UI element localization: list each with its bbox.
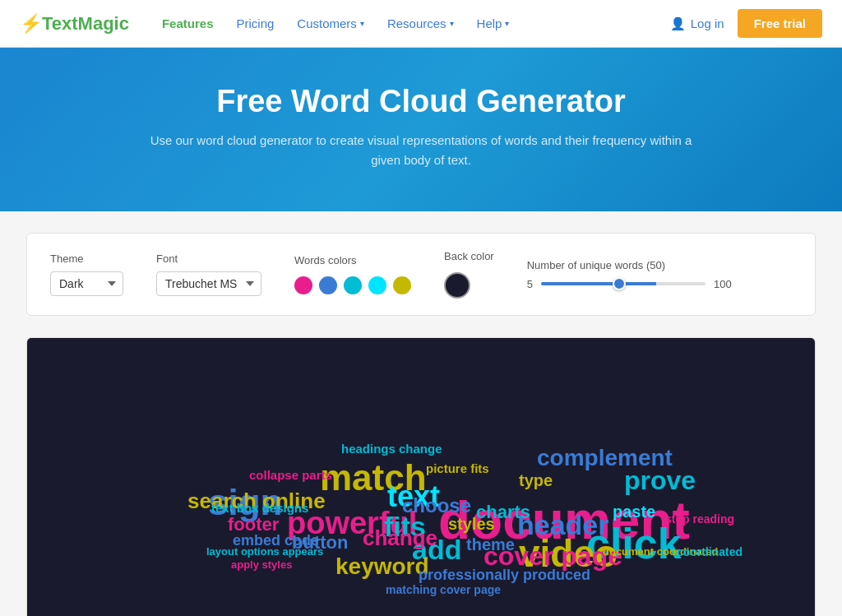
color-dot-pink[interactable]: [294, 276, 312, 294]
hero-subtitle: Use our word cloud generator to create v…: [141, 131, 701, 170]
slider-max: 100: [714, 278, 732, 290]
color-dot-yellow-green[interactable]: [393, 276, 411, 294]
user-icon: 👤: [670, 16, 686, 31]
unique-words-slider[interactable]: [541, 282, 706, 285]
font-select[interactable]: Trebuchet MS Arial Georgia Verdana: [156, 271, 261, 296]
word-cloud-container: documentclickvideosignmatchpowerfultextf…: [26, 337, 816, 616]
navigation: ⚡TextMagic Features Pricing Customers ▾ …: [0, 0, 842, 48]
color-dot-light-cyan[interactable]: [368, 276, 386, 294]
nav-link-customers[interactable]: Customers ▾: [297, 16, 364, 30]
color-dot-cyan[interactable]: [344, 276, 362, 294]
controls-panel: Theme Dark Light Custom Font Trebuchet M…: [26, 233, 816, 316]
word-item: picture fits: [426, 461, 489, 475]
logo[interactable]: ⚡TextMagic: [20, 13, 129, 35]
theme-select[interactable]: Dark Light Custom: [50, 271, 123, 296]
word-item: text box designs: [211, 501, 308, 515]
slider-min: 5: [527, 278, 533, 290]
word-item: header: [517, 509, 609, 541]
controls-row: Theme Dark Light Custom Font Trebuchet M…: [50, 250, 792, 299]
resources-caret-icon: ▾: [450, 19, 454, 28]
nav-link-pricing[interactable]: Pricing: [236, 16, 274, 30]
theme-label: Theme: [50, 252, 123, 265]
back-color-label: Back color: [444, 250, 494, 262]
words-colors-label: Words colors: [294, 254, 411, 266]
word-item: theme: [466, 535, 515, 554]
word-item: type: [519, 471, 553, 490]
word-item: headings change: [341, 442, 442, 456]
free-trial-button[interactable]: Free trial: [738, 9, 822, 38]
word-cloud: documentclickvideosignmatchpowerfultextf…: [27, 338, 815, 616]
word-item: paste: [613, 503, 655, 521]
word-item: keyword: [335, 553, 429, 580]
help-caret-icon: ▾: [505, 19, 509, 28]
word-item: coordinated: [677, 545, 743, 558]
word-item: apply styles: [231, 558, 292, 571]
nav-right: 👤 Log in Free trial: [670, 9, 822, 38]
word-item: layout options appears: [206, 545, 323, 558]
back-color-circle[interactable]: [444, 272, 470, 299]
color-dot-blue[interactable]: [319, 276, 337, 294]
word-item: styles: [448, 515, 495, 534]
login-button[interactable]: 👤 Log in: [670, 16, 724, 31]
word-item: change: [363, 526, 437, 551]
font-control: Font Trebuchet MS Arial Georgia Verdana: [156, 252, 261, 296]
word-item: complement: [537, 445, 673, 471]
color-dots-row: [294, 276, 411, 294]
word-item: matching cover page: [386, 583, 501, 596]
word-item: professionally produced: [419, 567, 590, 584]
word-item: choose: [402, 494, 471, 517]
unique-words-label: Number of unique words (50): [527, 259, 732, 271]
nav-link-resources[interactable]: Resources ▾: [387, 16, 454, 30]
hero-title: Free Word Cloud Generator: [16, 84, 826, 119]
back-color-control: Back color: [444, 250, 494, 299]
font-label: Font: [156, 252, 261, 265]
hero-section: Free Word Cloud Generator Use our word c…: [0, 48, 842, 211]
nav-link-features[interactable]: Features: [162, 16, 214, 30]
logo-icon: ⚡: [20, 13, 42, 34]
word-item: stop reading: [665, 512, 734, 526]
theme-control: Theme Dark Light Custom: [50, 252, 123, 296]
words-colors-control: Words colors: [294, 254, 411, 294]
nav-links: Features Pricing Customers ▾ Resources ▾…: [162, 16, 670, 30]
word-item: collapse parts: [249, 468, 332, 482]
slider-row: 5 100: [527, 278, 732, 290]
customers-caret-icon: ▾: [360, 19, 364, 28]
unique-words-control: Number of unique words (50) 5 100: [527, 259, 732, 290]
nav-link-help[interactable]: Help ▾: [477, 16, 510, 30]
